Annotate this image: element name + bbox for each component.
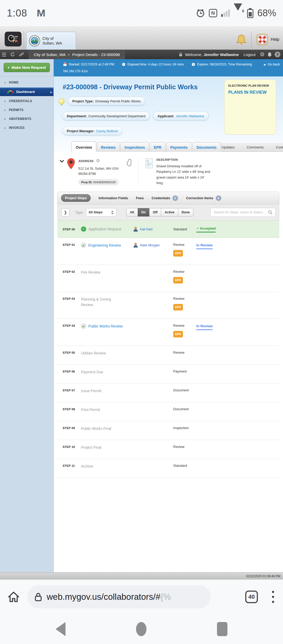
tab-reviews[interactable]: Reviews — [97, 142, 120, 152]
electronic-plan-review-note: ELECTRONIC PLAN REVIEW PLANS IN REVIEW — [224, 80, 276, 135]
url-bar[interactable]: web.mygov.us/collaborators/#{% — [27, 585, 211, 608]
step-row[interactable]: STEP 09 Public Works Final Inspection — [57, 421, 279, 440]
filter-active-button[interactable]: Active — [161, 208, 178, 216]
app-dashboard-icon[interactable] — [5, 32, 21, 46]
step-row[interactable]: STEP 10 Project Final Review — [57, 440, 279, 459]
menu-icon[interactable] — [2, 53, 6, 57]
collapse-steps-button[interactable]: ❯ — [61, 208, 69, 216]
alerts-bell-icon[interactable] — [267, 52, 272, 57]
tab-epr[interactable]: EPR — [150, 142, 166, 152]
tab-payments[interactable]: Payments — [166, 142, 192, 152]
prop-id-badge: Prop ID: 00428300000100 — [78, 179, 119, 185]
filter-on-button[interactable]: On — [138, 208, 149, 216]
android-nav-bar — [0, 614, 283, 644]
step-title[interactable]: Engineering Review — [88, 243, 121, 248]
sidebar-item-invoices[interactable]: ▸ INVOICES — [0, 123, 53, 132]
step-title[interactable]: Fire Review — [81, 270, 100, 275]
step-row[interactable]: STEP 05 Utilities Review Review — [57, 346, 279, 365]
step-title[interactable]: Payment Due — [81, 369, 103, 375]
step-title[interactable]: Planning & Zoning Review — [81, 297, 122, 308]
sidebar-item-credentials[interactable]: ▸ CREDENTIALS — [0, 97, 53, 106]
home-icon[interactable] — [7, 591, 20, 603]
step-row[interactable]: STEP 03 Planning & Zoning Review Review … — [57, 292, 279, 319]
step-row[interactable]: STEP 04 ▶ Public Works Review Review EPR… — [57, 319, 279, 346]
tab-comments[interactable]: Comments — [247, 145, 264, 149]
filter-done-button[interactable]: Done — [178, 208, 193, 216]
applicant-link[interactable]: Jennifer Wallawine — [176, 114, 204, 118]
help-button[interactable]: Help — [256, 34, 279, 46]
step-row[interactable]: STEP 07 Issue Permit Document — [57, 384, 279, 402]
step-row[interactable]: STEP 06 Payment Due Payment — [57, 365, 279, 384]
step-title[interactable]: Application Request — [89, 226, 121, 232]
notification-bell-icon[interactable] — [236, 34, 246, 45]
step-title[interactable]: Public Works Final — [81, 426, 111, 431]
steps-subtabs: Project Steps Information Fields Fees Cr… — [57, 192, 279, 204]
step-title[interactable]: Public Works Review — [88, 324, 123, 329]
step-row[interactable]: STEP 11 Archive Standard — [57, 459, 279, 478]
steps-search-input[interactable] — [213, 210, 266, 214]
subtab-credentials[interactable]: Credentials 0 — [151, 195, 178, 201]
step-row[interactable]: STEP 02 Fire Review Review EPR — [57, 265, 279, 292]
map-pin-icon[interactable] — [67, 158, 75, 170]
step-status-icon: ✓ — [81, 226, 86, 232]
nav-recents-button[interactable] — [217, 622, 227, 636]
step-title[interactable]: Print Permit — [81, 407, 100, 413]
step-row[interactable]: STEP 08 Print Permit Document — [57, 402, 279, 421]
search-icon[interactable] — [268, 210, 273, 215]
lock-icon — [179, 52, 182, 57]
tab-documents[interactable]: Documents — [192, 142, 221, 152]
nav-home-button[interactable] — [136, 622, 146, 636]
step-title[interactable]: Project Final — [81, 445, 101, 450]
steps-type-select[interactable]: All Steps — [86, 208, 116, 216]
step-status-link[interactable]: ✓Accepted — [196, 226, 216, 232]
sidebar-item-permits[interactable]: ▸ PERMITS — [0, 106, 53, 114]
filter-all-button[interactable]: All — [126, 208, 138, 216]
step-status-link[interactable]: In Review — [196, 243, 213, 249]
project-info-bar: Started: 02/17/2023 at 2:49 PM Elapsed t… — [54, 59, 283, 76]
project-manager-link[interactable]: Casey Bolliner — [96, 129, 118, 133]
refresh-icon[interactable] — [10, 52, 15, 57]
tab-contacts[interactable]: Contacts — [276, 145, 283, 149]
settings-gear-icon[interactable]: ⚙ — [260, 51, 265, 58]
step-title[interactable]: Archive — [81, 464, 93, 469]
steps-panel: Project Steps Information Fields Fees Cr… — [57, 192, 279, 478]
tab-updates[interactable]: Updates — [221, 145, 235, 149]
tab-inspections[interactable]: Inspections — [120, 142, 149, 152]
step-row[interactable]: STEP 00 ✓ Application Request Hal Hart S… — [57, 220, 279, 238]
subtab-fees[interactable]: Fees — [136, 196, 144, 200]
step-title[interactable]: Issue Permit — [81, 388, 101, 394]
url-text[interactable]: web.mygov.us/collaborators/#{% — [47, 592, 171, 602]
step-status-icon: ▶ — [81, 324, 86, 329]
logout-link[interactable]: Logout — [243, 52, 255, 57]
step-type: Review — [173, 324, 184, 327]
sidebar-item-abatements[interactable]: ▸ ABATEMENTS — [0, 114, 53, 123]
credentials-count-badge: 0 — [172, 195, 178, 201]
nav-back-button[interactable] — [56, 622, 66, 636]
step-type: Review — [173, 270, 184, 274]
go-back-button[interactable]: ◀ Go back — [263, 61, 280, 68]
filter-off-button[interactable]: Off — [149, 208, 161, 216]
subtab-correction-items[interactable]: Correction Items 0 — [186, 195, 221, 201]
link-icon[interactable] — [19, 52, 24, 57]
subtab-project-steps[interactable]: Project Steps — [61, 194, 91, 202]
collapse-chevron-icon[interactable] — [59, 160, 64, 163]
address-settings-icon[interactable]: ⚙ — [96, 158, 100, 164]
step-number: STEP 02 — [63, 270, 81, 273]
expander-right-icon: ▸ — [4, 99, 7, 103]
step-row[interactable]: STEP 01 ▶ Engineering Review Nate Morgan… — [57, 238, 279, 265]
make-new-request-button[interactable]: + Make New Request — [4, 63, 50, 72]
help-question-icon[interactable]: ? — [275, 52, 280, 57]
tab-count-button[interactable]: 40 — [245, 591, 258, 603]
paperclip-icon[interactable] — [127, 159, 133, 166]
step-title[interactable]: Utilities Review — [81, 351, 106, 356]
sidebar-item-dashboard[interactable]: Dashboard ▸ — [0, 87, 53, 96]
browser-menu-icon[interactable] — [270, 589, 276, 604]
step-status-link[interactable]: In Review — [196, 324, 213, 330]
tab-overview[interactable]: Overview — [72, 141, 96, 152]
subtab-information-fields[interactable]: Information Fields — [99, 196, 128, 200]
sidebar-item-home[interactable]: ▾ HOME — [0, 78, 53, 87]
site-tab[interactable]: City of Sultan, WA — [26, 32, 76, 49]
breadcrumb-root[interactable]: City of Sultan, WA — [34, 52, 66, 57]
step-assignee-link[interactable]: Nate Morgan — [140, 243, 160, 247]
step-assignee-link[interactable]: Hal Hart — [140, 227, 153, 231]
